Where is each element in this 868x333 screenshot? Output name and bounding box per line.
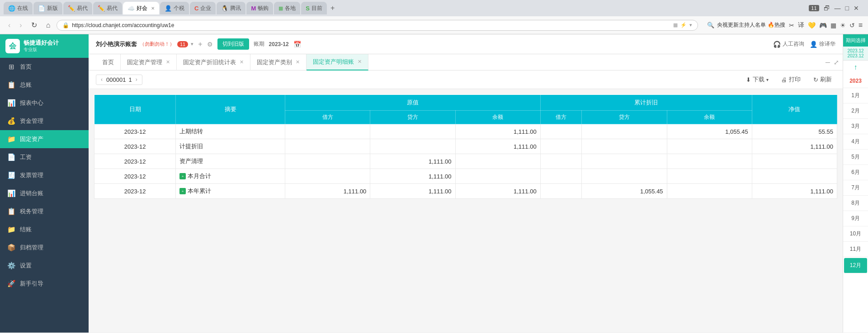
scissors-icon[interactable]: ✂ [789, 22, 794, 29]
main-content: 刘小艳演示账套 （勿删勿动！） 11 ▾ + ⚙ 切到旧版 账期 2023-12… [89, 34, 843, 333]
sidebar-label-tax: 税务管理 [20, 207, 43, 216]
browser-tab-muqian[interactable]: S 目前 [301, 2, 327, 14]
browser-tab-qiye[interactable]: C 企业 [190, 2, 216, 14]
tab-favicon-yidai2: ✏️ [98, 5, 105, 12]
sidebar-item-general[interactable]: 📋 总账 [0, 76, 89, 94]
period-month-item[interactable]: 6月 [843, 165, 868, 180]
account-dropdown-icon[interactable]: ▾ [191, 41, 193, 47]
calendar-icon[interactable]: 📅 [293, 41, 301, 48]
forward-button[interactable]: › [17, 20, 24, 30]
tab-maximize-icon[interactable]: ⤢ [834, 59, 839, 66]
undo-icon[interactable]: ↺ [849, 22, 855, 29]
tab-ledger[interactable]: 固定资产明细账 ✕ [307, 54, 368, 70]
sidebar-item-funds[interactable]: 💰 资金管理 [0, 112, 89, 130]
close-ledger-tab[interactable]: ✕ [358, 59, 362, 65]
top-right: 🎧 人工咨询 👤 徐译华 [773, 40, 835, 48]
sidebar-item-sales[interactable]: 📊 进销台账 [0, 184, 89, 202]
settings-gear-icon[interactable]: ⚙ [207, 41, 213, 48]
period-month-item[interactable]: 4月 [843, 134, 868, 150]
maximize-window-icon[interactable]: □ [845, 5, 849, 12]
pager-prev[interactable]: ‹ [100, 76, 104, 83]
browser-tab-chang[interactable]: M 畅购 [246, 2, 273, 14]
sidebar-item-tax[interactable]: 📋 税务管理 [0, 202, 89, 220]
sidebar-item-close-account[interactable]: 📁 结账 [0, 220, 89, 239]
col-orig-debit-header: 借方 [285, 111, 370, 124]
minimize-window-icon[interactable]: — [835, 5, 841, 12]
menu-icon[interactable]: ≡ [859, 21, 863, 29]
account-hint: （勿删勿动！） [140, 41, 175, 47]
grid-icon[interactable]: ▦ [830, 22, 836, 29]
browser-tab-online[interactable]: 🌐 在线 [4, 2, 33, 14]
new-tab-button[interactable]: + [328, 4, 337, 12]
search-text[interactable]: 央视更新主持人名单 🔥热搜 [717, 21, 785, 29]
tab-depreciation[interactable]: 固定资产折旧统计表 ✕ [177, 54, 250, 70]
support-button[interactable]: 🎧 人工咨询 [773, 40, 804, 48]
sidebar-item-invoice[interactable]: 🧾 发票管理 [0, 166, 89, 184]
sidebar-item-settings[interactable]: ⚙️ 设置 [0, 257, 89, 275]
dropdown-icon[interactable]: ▾ [689, 22, 692, 28]
tab-home[interactable]: 首页 [96, 54, 121, 70]
close-fixed-mgmt-tab[interactable]: ✕ [166, 59, 170, 65]
reload-button[interactable]: ↻ [28, 20, 40, 30]
period-year[interactable]: 2023 [843, 74, 868, 88]
browser-tab-yidai2[interactable]: ✏️ 易代 [93, 2, 122, 14]
refresh-label: 刷新 [820, 75, 832, 84]
url-bar[interactable]: 🔒 https://cloud.chanjet.com/accounting/u… [57, 20, 698, 31]
period-month-item[interactable]: 9月 [843, 211, 868, 226]
sidebar-label-invoice: 发票管理 [20, 171, 43, 179]
col-accum-balance-header: 余额 [667, 111, 752, 124]
browser-tab-gedi[interactable]: ▦ 各地 [274, 2, 300, 14]
table-container: 日期 摘要 原值 累计折旧 净值 借方 贷方 余额 借方 贷方 余额 [89, 89, 843, 333]
period-up-icon[interactable]: ↑ [843, 61, 868, 74]
sidebar-item-guide[interactable]: 🚀 新手引导 [0, 275, 89, 293]
add-account-icon[interactable]: + [198, 40, 202, 48]
period-month-item[interactable]: 3月 [843, 119, 868, 134]
period-month-item[interactable]: 10月 [843, 226, 868, 242]
period-month-item[interactable]: 8月 [843, 196, 868, 211]
tab-minimize-icon[interactable]: ─ [826, 59, 830, 66]
sidebar-item-reports[interactable]: 📊 报表中心 [0, 94, 89, 112]
cell-accum-credit [582, 154, 667, 169]
print-button[interactable]: 🖨 打印 [778, 74, 804, 85]
sidebar-item-fixed-assets[interactable]: 📁 固定资产 [0, 130, 89, 148]
col-accum-debit-header: 借方 [540, 111, 582, 124]
switch-version-button[interactable]: 切到旧版 [217, 38, 249, 50]
period-date-1: 2023.12 [844, 48, 867, 53]
period-month-item[interactable]: 2月 [843, 103, 868, 119]
tab-fixed-mgmt[interactable]: 固定资产管理 ✕ [121, 54, 177, 70]
period-month-item[interactable]: 5月 [843, 150, 868, 165]
sidebar-item-salary[interactable]: 📄 工资 [0, 148, 89, 166]
browser-tab-geshui[interactable]: 👤 个税 [160, 2, 189, 14]
close-window-icon[interactable]: ✕ [854, 5, 859, 12]
brightness-icon[interactable]: ☀ [840, 22, 846, 29]
close-depreciation-tab[interactable]: ✕ [240, 59, 244, 65]
pager-next[interactable]: › [135, 76, 138, 83]
close-category-tab[interactable]: ✕ [296, 59, 300, 65]
browser-tab-tencent[interactable]: 🐧 腾讯 [217, 2, 245, 14]
download-button[interactable]: ⬇ 下载 ▾ [742, 74, 772, 85]
translate-icon[interactable]: 译 [798, 21, 804, 29]
period-month-item[interactable]: 1月 [843, 88, 868, 103]
browser-tab-yidai1[interactable]: ✏️ 易代 [63, 2, 92, 14]
tab-label-chang: 畅购 [258, 5, 269, 12]
back-button[interactable]: ‹ [5, 20, 13, 30]
cell-net-value: 55.55 [752, 124, 837, 139]
game-icon[interactable]: 🎮 [819, 22, 827, 29]
refresh-button[interactable]: ↻ 刷新 [810, 74, 835, 85]
period-month-item[interactable]: 12月 [844, 258, 867, 273]
sidebar-item-archive[interactable]: 📦 归档管理 [0, 239, 89, 257]
period-month-item[interactable]: 11月 [843, 242, 868, 257]
browser-tab-new[interactable]: 📄 新版 [33, 2, 62, 14]
tab-category-label: 固定资产类别 [257, 58, 292, 66]
restore-window-icon[interactable]: 🗗 [824, 5, 830, 12]
close-tab-haokuai[interactable]: ✕ [151, 6, 155, 11]
home-button[interactable]: ⌂ [43, 20, 53, 30]
wallet-icon[interactable]: 💛 [808, 22, 816, 29]
sidebar-item-home[interactable]: ⊞ 首页 [0, 58, 89, 76]
tab-category[interactable]: 固定资产类别 ✕ [250, 54, 307, 70]
print-label: 打印 [789, 75, 801, 84]
row-icon: + [179, 188, 186, 194]
download-icon: ⬇ [746, 76, 751, 83]
browser-tab-haokuai[interactable]: ☁️ 好会 ✕ [123, 2, 159, 14]
period-month-item[interactable]: 7月 [843, 180, 868, 196]
